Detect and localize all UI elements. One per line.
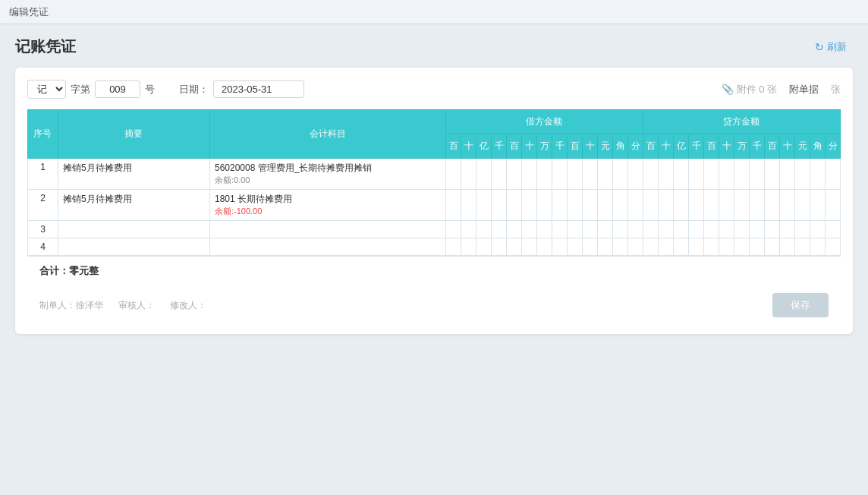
row-summary-1[interactable]: 摊销5月待摊费用 bbox=[58, 190, 209, 221]
debit-cell-r2-c6[interactable] bbox=[536, 221, 552, 238]
credit-cell-r0-c6[interactable] bbox=[734, 159, 749, 190]
credit-cell-r2-c12[interactable] bbox=[825, 221, 840, 238]
refresh-button[interactable]: ↻ 刷新 bbox=[809, 37, 853, 57]
credit-cell-r0-c2[interactable] bbox=[673, 159, 688, 190]
debit-cell-r1-c0[interactable] bbox=[446, 190, 461, 221]
debit-cell-r3-c5[interactable] bbox=[521, 238, 536, 256]
credit-cell-r0-c4[interactable] bbox=[703, 159, 719, 190]
credit-cell-r1-c9[interactable] bbox=[779, 190, 794, 221]
row-summary-0[interactable]: 摊销5月待摊费用 bbox=[58, 159, 209, 190]
debit-cell-r2-c2[interactable] bbox=[476, 221, 492, 238]
debit-cell-r3-c3[interactable] bbox=[491, 238, 506, 256]
attachment-link[interactable]: 📎 附件 0 张 bbox=[722, 83, 777, 96]
credit-cell-r2-c8[interactable] bbox=[764, 221, 779, 238]
credit-cell-r1-c4[interactable] bbox=[703, 190, 719, 221]
debit-cell-r0-c11[interactable] bbox=[612, 159, 627, 190]
credit-cell-r3-c5[interactable] bbox=[719, 238, 734, 256]
debit-cell-r2-c7[interactable] bbox=[552, 221, 567, 238]
credit-cell-r0-c12[interactable] bbox=[825, 159, 840, 190]
credit-cell-r0-c5[interactable] bbox=[719, 159, 734, 190]
credit-cell-r0-c9[interactable] bbox=[779, 159, 794, 190]
credit-cell-r1-c10[interactable] bbox=[794, 190, 810, 221]
debit-cell-r3-c12[interactable] bbox=[627, 238, 643, 256]
debit-cell-r2-c12[interactable] bbox=[627, 221, 643, 238]
debit-cell-r2-c3[interactable] bbox=[491, 221, 506, 238]
debit-cell-r2-c11[interactable] bbox=[612, 221, 627, 238]
debit-cell-r3-c9[interactable] bbox=[582, 238, 597, 256]
debit-cell-r3-c11[interactable] bbox=[612, 238, 627, 256]
credit-cell-r2-c11[interactable] bbox=[810, 221, 825, 238]
debit-cell-r1-c4[interactable] bbox=[506, 190, 521, 221]
row-summary-3[interactable] bbox=[58, 238, 209, 256]
voucher-number-input[interactable] bbox=[95, 80, 140, 98]
debit-cell-r0-c8[interactable] bbox=[567, 159, 582, 190]
debit-cell-r1-c10[interactable] bbox=[597, 190, 612, 221]
credit-cell-r2-c5[interactable] bbox=[719, 221, 734, 238]
credit-cell-r3-c9[interactable] bbox=[779, 238, 794, 256]
debit-cell-r0-c2[interactable] bbox=[476, 159, 492, 190]
credit-cell-r3-c7[interactable] bbox=[749, 238, 764, 256]
debit-cell-r3-c8[interactable] bbox=[567, 238, 582, 256]
row-account-1[interactable]: 1801 长期待摊费用余额:-100.00 bbox=[209, 190, 445, 221]
credit-cell-r1-c12[interactable] bbox=[825, 190, 840, 221]
date-input[interactable] bbox=[213, 80, 304, 98]
credit-cell-r3-c2[interactable] bbox=[673, 238, 688, 256]
attach-doc[interactable]: 附单据 bbox=[789, 83, 819, 96]
debit-cell-r1-c12[interactable] bbox=[627, 190, 643, 221]
debit-cell-r2-c9[interactable] bbox=[582, 221, 597, 238]
debit-cell-r2-c10[interactable] bbox=[597, 221, 612, 238]
debit-cell-r3-c0[interactable] bbox=[446, 238, 461, 256]
credit-cell-r1-c11[interactable] bbox=[810, 190, 825, 221]
debit-cell-r1-c1[interactable] bbox=[461, 190, 476, 221]
credit-cell-r2-c0[interactable] bbox=[643, 221, 658, 238]
credit-cell-r3-c11[interactable] bbox=[810, 238, 825, 256]
credit-cell-r0-c8[interactable] bbox=[764, 159, 779, 190]
debit-cell-r0-c9[interactable] bbox=[582, 159, 597, 190]
credit-cell-r3-c12[interactable] bbox=[825, 238, 840, 256]
debit-cell-r3-c4[interactable] bbox=[506, 238, 521, 256]
debit-cell-r0-c1[interactable] bbox=[461, 159, 476, 190]
credit-cell-r0-c3[interactable] bbox=[688, 159, 703, 190]
credit-cell-r1-c2[interactable] bbox=[673, 190, 688, 221]
credit-cell-r0-c0[interactable] bbox=[643, 159, 658, 190]
debit-cell-r2-c8[interactable] bbox=[567, 221, 582, 238]
debit-cell-r0-c12[interactable] bbox=[627, 159, 643, 190]
debit-cell-r0-c4[interactable] bbox=[506, 159, 521, 190]
debit-cell-r2-c1[interactable] bbox=[461, 221, 476, 238]
debit-cell-r1-c8[interactable] bbox=[567, 190, 582, 221]
credit-cell-r1-c8[interactable] bbox=[764, 190, 779, 221]
debit-cell-r1-c3[interactable] bbox=[491, 190, 506, 221]
credit-cell-r1-c6[interactable] bbox=[734, 190, 749, 221]
credit-cell-r2-c3[interactable] bbox=[688, 221, 703, 238]
debit-cell-r1-c6[interactable] bbox=[536, 190, 552, 221]
credit-cell-r3-c4[interactable] bbox=[703, 238, 719, 256]
debit-cell-r1-c7[interactable] bbox=[552, 190, 567, 221]
credit-cell-r3-c0[interactable] bbox=[643, 238, 658, 256]
credit-cell-r1-c7[interactable] bbox=[749, 190, 764, 221]
debit-cell-r3-c10[interactable] bbox=[597, 238, 612, 256]
credit-cell-r2-c2[interactable] bbox=[673, 221, 688, 238]
credit-cell-r1-c1[interactable] bbox=[658, 190, 673, 221]
debit-cell-r3-c7[interactable] bbox=[552, 238, 567, 256]
debit-cell-r2-c0[interactable] bbox=[446, 221, 461, 238]
debit-cell-r3-c2[interactable] bbox=[476, 238, 492, 256]
debit-cell-r1-c2[interactable] bbox=[476, 190, 492, 221]
row-account-0[interactable]: 56020008 管理费用_长期待摊费用摊销余额:0.00 bbox=[209, 159, 445, 190]
credit-cell-r1-c3[interactable] bbox=[688, 190, 703, 221]
debit-cell-r0-c0[interactable] bbox=[446, 159, 461, 190]
debit-cell-r0-c6[interactable] bbox=[536, 159, 552, 190]
credit-cell-r2-c1[interactable] bbox=[658, 221, 673, 238]
debit-cell-r1-c5[interactable] bbox=[521, 190, 536, 221]
row-account-3[interactable] bbox=[209, 238, 445, 256]
debit-cell-r0-c3[interactable] bbox=[491, 159, 506, 190]
credit-cell-r0-c11[interactable] bbox=[810, 159, 825, 190]
row-account-2[interactable] bbox=[209, 221, 445, 238]
credit-cell-r2-c10[interactable] bbox=[794, 221, 810, 238]
debit-cell-r2-c4[interactable] bbox=[506, 221, 521, 238]
credit-cell-r2-c4[interactable] bbox=[703, 221, 719, 238]
row-summary-2[interactable] bbox=[58, 221, 209, 238]
credit-cell-r3-c10[interactable] bbox=[794, 238, 810, 256]
credit-cell-r3-c1[interactable] bbox=[658, 238, 673, 256]
credit-cell-r3-c3[interactable] bbox=[688, 238, 703, 256]
credit-cell-r0-c7[interactable] bbox=[749, 159, 764, 190]
